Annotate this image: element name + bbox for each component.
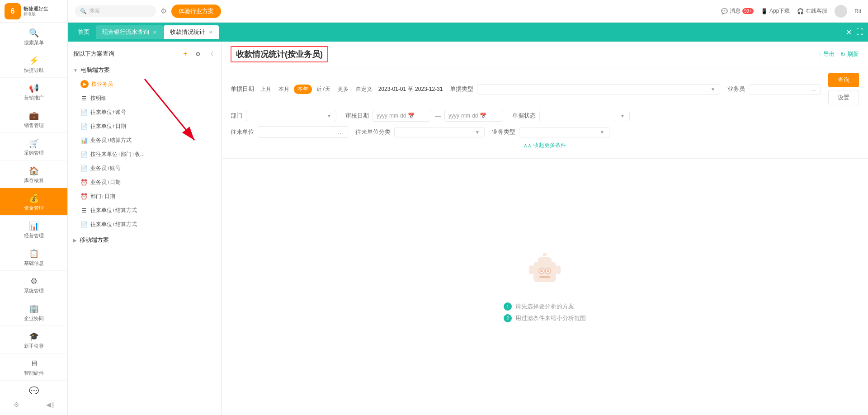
message-btn[interactable]: 💬 消息 99+ xyxy=(721,7,754,15)
guide-label: 新手引导 xyxy=(24,343,44,349)
tab-expand-icon[interactable]: ⛶ xyxy=(856,28,863,36)
sidebar-item-inventory[interactable]: 🏠库存核算 xyxy=(0,160,67,188)
sidebar-item-search[interactable]: 🔍搜索菜单 xyxy=(0,23,67,50)
sidebar-item-wechat[interactable]: 💬企业微信 xyxy=(0,381,67,394)
scheme-item-salesperson-settlement[interactable]: 📊 业务员+结算方式 xyxy=(77,133,221,147)
business-type-select[interactable]: ▼ xyxy=(519,127,609,137)
sidebar-item-system[interactable]: ⚙系统管理 xyxy=(0,271,67,298)
date-dash: — xyxy=(435,113,441,119)
scheme-collapse-btn[interactable]: 《 xyxy=(206,49,216,59)
sidebar-item-hardware[interactable]: 🖥智能硬件 xyxy=(0,354,67,381)
scheme-settings-btn[interactable]: ⚙ xyxy=(193,49,203,59)
tab-bank[interactable]: 现金银行流水查询 ✕ xyxy=(96,25,163,39)
marketing-icon: 📢 xyxy=(29,83,39,93)
sidebar-item-basic[interactable]: 📋基础信息 xyxy=(0,243,67,271)
sidebar-item-purchase[interactable]: 🛒采购管理 xyxy=(0,133,67,160)
purchase-label: 采购管理 xyxy=(24,150,44,156)
sidebar-item-marketing[interactable]: 📢营销推广 xyxy=(0,78,67,105)
hardware-label: 智能硬件 xyxy=(24,370,44,377)
tab-close-all-icon[interactable]: ✕ xyxy=(846,28,852,37)
collapse-bar[interactable]: ∧∧ 收起更多条件 xyxy=(231,138,859,153)
search-bar[interactable]: 🔍 搜索 xyxy=(75,5,156,17)
main-area: 🔍 搜索 ⚙ 体验行业方案 💬 消息 99+ 📱 App下载 🎧 xyxy=(68,0,868,415)
date-filter-item: 单据日期 上月 本月 本年 近7天 更多 自定义 2023-01-01 xyxy=(231,85,443,94)
dept-select[interactable]: ▼ xyxy=(246,111,336,121)
clock-icon: ⏰ xyxy=(80,179,88,186)
salesperson-select[interactable]: … xyxy=(749,84,821,94)
scheme-item-by-detail[interactable]: ☰ 按明细 xyxy=(77,91,221,105)
right-content: 收款情况统计(按业务员) ↑ 导出 ↻ 刷新 xyxy=(222,42,868,415)
voucher-status-select[interactable]: ▼ xyxy=(539,111,630,121)
trial-button[interactable]: 体验行业方案 xyxy=(171,5,221,18)
dept-label: 部门 xyxy=(231,112,242,120)
tab-bank-close[interactable]: ✕ xyxy=(153,30,156,35)
date-tab-this-year[interactable]: 本年 xyxy=(294,85,312,94)
date-tab-more[interactable]: 更多 xyxy=(335,85,351,94)
operation-icon: 📊 xyxy=(29,221,39,231)
settings-button[interactable]: 设置 xyxy=(828,90,859,105)
export-btn[interactable]: ↑ 导出 xyxy=(819,50,835,58)
review-date-label: 审核日期 xyxy=(345,112,369,120)
scheme-add-btn[interactable]: + xyxy=(180,49,190,59)
top-bar-right: 💬 消息 99+ 📱 App下载 🎧 在线客服 Rit xyxy=(721,5,861,18)
doc2-icon: 📄 xyxy=(80,123,88,130)
user-avatar[interactable] xyxy=(835,5,847,18)
sidebar-item-guide[interactable]: 🎓新手引导 xyxy=(0,326,67,354)
sidebar-item-sales[interactable]: 💼销售管理 xyxy=(0,105,67,133)
scheme-item-salesperson-account[interactable]: 📄 业务员+账号 xyxy=(77,161,221,175)
sidebar: 6 畅捷通好生 标准版 🔍搜索菜单⚡快捷导航📢营销推广💼销售管理🛒采购管理🏠库存… xyxy=(0,0,68,415)
operation-label: 经营管理 xyxy=(24,232,44,239)
scheme-item-by-salesperson[interactable]: ▶ 按业务员 xyxy=(77,77,221,91)
date-tab-this-month[interactable]: 本月 xyxy=(276,85,292,94)
scheme-item-partner-settlement[interactable]: ☰ 往来单位+结算方式 xyxy=(77,203,221,217)
wechat-icon: 💬 xyxy=(29,386,39,394)
date-tab-7days[interactable]: 近7天 xyxy=(314,85,333,94)
settings-icon[interactable]: ⚙ xyxy=(160,7,167,15)
tab-home[interactable]: 首页 xyxy=(72,25,95,39)
voucher-type-select[interactable]: ▼ xyxy=(477,84,720,94)
partner-more-icon: … xyxy=(338,129,343,135)
purchase-icon: 🛒 xyxy=(29,138,39,148)
sidebar-item-finance[interactable]: 💰资金管理 xyxy=(0,188,67,216)
company-icon: 🏢 xyxy=(29,304,39,314)
sidebar-collapse-btn[interactable]: ◀‖ xyxy=(44,399,57,410)
scheme-item-partner-account[interactable]: 📄 往来单位+账号 xyxy=(77,105,221,119)
scheme-panel: 按以下方案查询 + ⚙ 《 ▼ 电脑端方案 xyxy=(68,42,222,415)
online-service-btn[interactable]: 🎧 在线客服 xyxy=(797,7,827,15)
scheme-group-desktop-header[interactable]: ▼ 电脑端方案 xyxy=(68,63,221,77)
user-name[interactable]: Rit xyxy=(854,8,861,14)
app-download-btn[interactable]: 📱 App下载 xyxy=(761,7,790,15)
sidebar-item-operation[interactable]: 📊经营管理 xyxy=(0,216,67,243)
marketing-label: 营销推广 xyxy=(24,94,44,101)
tab-collection[interactable]: 收款情况统计 ✕ xyxy=(164,25,219,39)
date-tab-last-month[interactable]: 上月 xyxy=(258,85,274,94)
scheme-item-partner-dept[interactable]: 📄 按往来单位+部门+收... xyxy=(77,147,221,161)
scheme-item-partner-settlement2[interactable]: 📄 往来单位+结算方式 xyxy=(77,217,221,231)
export-icon: ↑ xyxy=(819,51,822,58)
voucher-status-filter: 单据状态 ▼ xyxy=(512,111,630,121)
query-button[interactable]: 查询 xyxy=(828,73,859,87)
scheme-title: 按以下方案查询 xyxy=(73,50,114,58)
sidebar-item-shortcut[interactable]: ⚡快捷导航 xyxy=(0,50,67,78)
partner-filter: 往来单位 … xyxy=(231,126,348,138)
system-label: 系统管理 xyxy=(24,288,44,294)
review-date-end[interactable]: yyyy-mm-dd 📅 xyxy=(444,110,503,122)
sidebar-settings-btn[interactable]: ⚙ xyxy=(11,399,22,410)
tab-collection-close[interactable]: ✕ xyxy=(209,30,212,35)
review-date-start[interactable]: yyyy-mm-dd 📅 xyxy=(373,110,431,122)
filter-row-1: 单据日期 上月 本月 本年 近7天 更多 自定义 2023-01-01 xyxy=(231,73,859,105)
top-bar-left: 🔍 搜索 ⚙ 体验行业方案 xyxy=(75,5,221,18)
sidebar-item-company[interactable]: 🏢企业协同 xyxy=(0,298,67,326)
date-tab-custom[interactable]: 自定义 xyxy=(353,85,375,94)
refresh-btn[interactable]: ↻ 刷新 xyxy=(840,50,859,58)
scheme-item-salesperson-date[interactable]: ⏰ 业务员+日期 xyxy=(77,175,221,189)
search-placeholder: 搜索 xyxy=(89,7,100,15)
partner-select[interactable]: … xyxy=(258,126,348,138)
scheme-group-mobile-header[interactable]: ▶ 移动端方案 xyxy=(68,233,221,247)
scheme-item-dept-date[interactable]: ⏰ 部门+日期 xyxy=(77,189,221,203)
partner-category-select[interactable]: ▼ xyxy=(394,127,485,137)
filter-row-2: 部门 ▼ 审核日期 yyyy-mm-dd 📅 xyxy=(231,110,859,122)
scheme-actions: + ⚙ 《 xyxy=(180,49,216,59)
scheme-item-partner-date[interactable]: 📄 往来单位+日期 xyxy=(77,119,221,133)
basic-icon: 📋 xyxy=(29,249,39,259)
